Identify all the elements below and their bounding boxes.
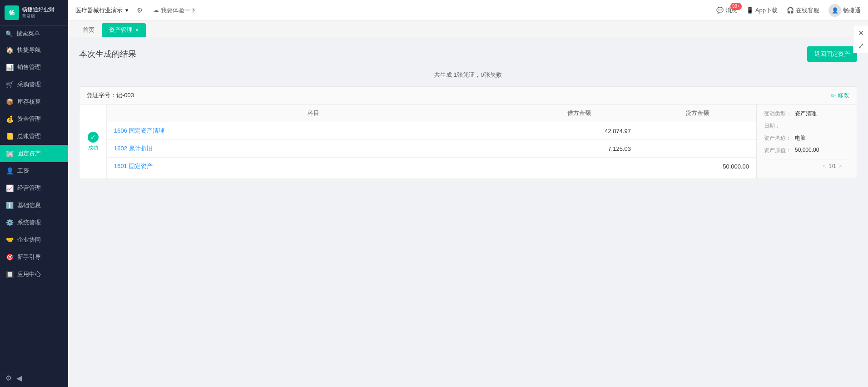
logo-icon: 畅 [5, 5, 19, 20]
original-value-value: 50,000.00 [795, 147, 819, 154]
nav-label-ledger: 总账管理 [17, 132, 41, 140]
search-icon: 🔍 [5, 30, 13, 37]
table-header: 科目 借方金额 贷方金额 [107, 104, 756, 122]
tab-label-home: 首页 [83, 26, 94, 34]
app-download-button[interactable]: 📱 App下载 [746, 6, 778, 15]
table-row: 1601 固定资产 50,000.00 [107, 158, 756, 175]
sidebar: 畅 畅捷通好业财 普及版 🔍 搜索菜单 🏠快捷导航📊销售管理🛒采购管理📦库存核算… [0, 0, 68, 387]
next-page-button[interactable]: > [839, 163, 842, 169]
nav-icon-enterprise: 🤝 [5, 236, 14, 244]
collapse-icon[interactable]: ◀ [16, 374, 22, 382]
main-area: 医疗器械行业演示 ▾ ⚙ ☁ 我要体验一下 💬 消息 99+ 📱 App下载 🎧… [68, 0, 868, 387]
nav-icon-sys: ⚙️ [5, 218, 14, 227]
th-debit: 借方金额 [520, 104, 638, 122]
right-info-panel: 变动类型： 资产清理 日期： 资产名称： 电脑 资产原值： 50,000.00 [757, 104, 857, 179]
voucher-header: 凭证字号：记-003 ✏ 修改 [79, 87, 857, 104]
user-area[interactable]: 👤 畅捷通 [828, 4, 861, 17]
tab-label-asset-mgmt: 资产管理 [109, 26, 133, 34]
original-value-row: 资产原值： 50,000.00 [764, 147, 849, 154]
nav-icon-fund: 💰 [5, 115, 14, 123]
nav-icon-ops: 📈 [5, 184, 14, 192]
online-service-button[interactable]: 🎧 在线客服 [787, 6, 819, 15]
change-type-value: 资产清理 [795, 110, 817, 118]
td-credit-1 [638, 144, 756, 153]
tab-home[interactable]: 首页 [75, 23, 102, 37]
th-subject: 科目 [107, 104, 520, 122]
company-selector[interactable]: 医疗器械行业演示 ▾ [75, 6, 129, 15]
success-icon: ✓ [88, 132, 99, 143]
voucher-number: 凭证字号：记-003 [87, 91, 134, 99]
sidebar-item-quick-nav[interactable]: 🏠快捷导航 [0, 41, 68, 59]
voucher-left: ✓ 成功 科目 借方金额 贷方金额 1606 固定资产清理 42,874.97 [79, 104, 757, 179]
search-menu[interactable]: 🔍 搜索菜单 [0, 26, 68, 41]
table-row: 1606 固定资产清理 42,874.97 [107, 122, 756, 140]
nav-label-payroll: 工资 [17, 167, 29, 175]
top-right-area: 💬 消息 99+ 📱 App下载 🎧 在线客服 👤 畅捷通 [716, 4, 861, 17]
experience-button[interactable]: ☁ 我要体验一下 [153, 6, 196, 15]
settings-icon[interactable]: ⚙ [5, 374, 12, 382]
sidebar-item-sys[interactable]: ⚙️系统管理 [0, 214, 68, 231]
messages-badge: 99+ [730, 3, 742, 10]
tab-close-asset-mgmt[interactable]: × [135, 27, 139, 33]
subject-link-1[interactable]: 1602 累计折旧 [114, 145, 153, 152]
edit-label: 修改 [838, 91, 849, 99]
status-column: ✓ 成功 [79, 104, 107, 179]
page-header: 本次生成的结果 返回固定资产 [79, 46, 857, 62]
sidebar-item-purchase[interactable]: 🛒采购管理 [0, 76, 68, 93]
edit-icon: ✏ [831, 92, 836, 99]
td-subject-1: 1602 累计折旧 [107, 140, 520, 157]
sidebar-item-fund[interactable]: 💰资金管理 [0, 110, 68, 128]
nav-list: 🏠快捷导航📊销售管理🛒采购管理📦库存核算💰资金管理📒总账管理🏢固定资产👤工资📈经… [0, 41, 68, 369]
asset-name-row: 资产名称： 电脑 [764, 134, 849, 142]
date-row: 日期： [764, 122, 849, 130]
nav-label-ops: 经营管理 [17, 184, 41, 192]
voucher-table: 科目 借方金额 贷方金额 1606 固定资产清理 42,874.97 1602 … [107, 104, 757, 179]
logo-text: 畅捷通好业财 [22, 6, 55, 14]
expand-panel-button[interactable]: ⤢ [855, 40, 866, 51]
nav-label-fund: 资金管理 [17, 115, 41, 123]
nav-label-basic-info: 基础信息 [17, 201, 41, 209]
tab-asset-mgmt[interactable]: 资产管理× [102, 23, 146, 37]
original-value-label: 资产原值： [764, 147, 791, 154]
nav-icon-fixed-assets: 🏢 [5, 149, 14, 158]
search-label: 搜索菜单 [16, 30, 40, 38]
sidebar-item-ops[interactable]: 📈经营管理 [0, 179, 68, 197]
nav-icon-ledger: 📒 [5, 132, 14, 140]
td-debit-0: 42,874.97 [520, 123, 638, 139]
panel-controls: ✕ ⤢ [853, 25, 868, 53]
th-credit: 贷方金额 [638, 104, 756, 122]
nav-label-quick-nav: 快捷导航 [17, 46, 41, 54]
return-button[interactable]: 返回固定资产 [807, 46, 857, 62]
table-row: 1602 累计折旧 7,125.03 [107, 140, 756, 158]
close-panel-button[interactable]: ✕ [855, 27, 866, 38]
voucher-body: ✓ 成功 科目 借方金额 贷方金额 1606 固定资产清理 42,874.97 [79, 104, 857, 179]
sidebar-item-fixed-assets[interactable]: 🏢固定资产 [0, 145, 68, 162]
subject-link-2[interactable]: 1601 固定资产 [114, 163, 153, 169]
td-debit-2 [520, 162, 638, 171]
nav-icon-payroll: 👤 [5, 167, 14, 175]
content-area: 本次生成的结果 返回固定资产 共生成 1张凭证，0张失败 凭证字号：记-003 … [68, 37, 868, 387]
sidebar-item-app-center[interactable]: 🔲应用中心 [0, 266, 68, 283]
td-credit-2: 50,000.00 [638, 159, 756, 174]
message-icon: 💬 [716, 7, 724, 14]
page-title: 本次生成的结果 [79, 49, 136, 60]
sidebar-item-basic-info[interactable]: ℹ️基础信息 [0, 197, 68, 214]
nav-icon-basic-info: ℹ️ [5, 201, 14, 209]
sidebar-item-guide[interactable]: 🎯新手引导 [0, 248, 68, 266]
company-name: 医疗器械行业演示 [75, 6, 123, 15]
td-debit-1: 7,125.03 [520, 141, 638, 157]
edit-button[interactable]: ✏ 修改 [831, 91, 849, 99]
sidebar-item-enterprise[interactable]: 🤝企业协同 [0, 231, 68, 248]
prev-page-button[interactable]: < [823, 163, 826, 169]
nav-label-purchase: 采购管理 [17, 80, 41, 89]
sidebar-item-sales[interactable]: 📊销售管理 [0, 59, 68, 76]
nav-label-guide: 新手引导 [17, 253, 41, 261]
success-label: 成功 [88, 144, 98, 151]
messages-button[interactable]: 💬 消息 99+ [716, 6, 737, 15]
sidebar-item-inventory[interactable]: 📦库存核算 [0, 93, 68, 110]
subject-link-0[interactable]: 1606 固定资产清理 [114, 127, 164, 134]
logo-area: 畅 畅捷通好业财 普及版 [0, 0, 68, 26]
settings-button[interactable]: ⚙ [133, 4, 146, 17]
sidebar-item-ledger[interactable]: 📒总账管理 [0, 128, 68, 145]
sidebar-item-payroll[interactable]: 👤工资 [0, 162, 68, 179]
